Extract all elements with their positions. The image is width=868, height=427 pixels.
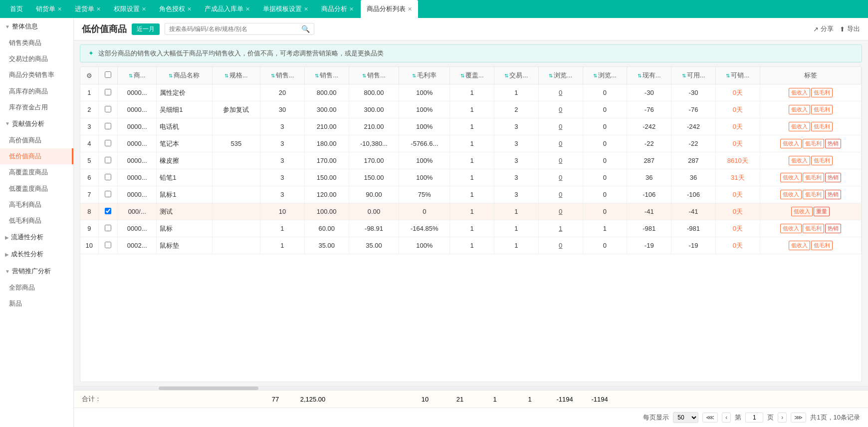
row-select-checkbox[interactable] [105, 89, 111, 95]
browse-link[interactable]: 0 [559, 123, 562, 130]
row-checkbox[interactable] [98, 186, 118, 203]
browse-link[interactable]: 0 [559, 140, 562, 147]
sales3-column-header[interactable]: ⇅销售... [349, 67, 399, 84]
close-icon[interactable]: ✕ [96, 6, 101, 12]
row-browse1[interactable]: 0 [538, 135, 583, 152]
sidebar-item-category-sales[interactable]: 商品分类销售率 [0, 67, 73, 83]
row-name[interactable]: 橡皮擦 [157, 152, 212, 169]
sidebar-group-circulation[interactable]: ▶ 流通性分析 [0, 229, 73, 246]
prev-page-button[interactable]: ‹ [722, 413, 731, 423]
row-name[interactable]: 电话机 [157, 118, 212, 135]
row-browse1[interactable]: 0 [538, 169, 583, 186]
nav-sales-order[interactable]: 销货单 ✕ [30, 0, 68, 18]
browse-link[interactable]: 0 [559, 191, 562, 198]
sidebar-item-stock-capital[interactable]: 库存资金占用 [0, 99, 73, 115]
row-checkbox[interactable] [98, 118, 118, 135]
row-browse1[interactable]: 0 [538, 203, 583, 220]
browse-link[interactable]: 0 [559, 106, 562, 113]
gear-column-header[interactable]: ⚙ [80, 67, 98, 84]
browse-link[interactable]: 0 [559, 157, 562, 164]
current-column-header[interactable]: ⇅现有... [627, 67, 671, 84]
row-checkbox[interactable] [98, 135, 118, 152]
browse1-column-header[interactable]: ⇅浏览... [538, 67, 583, 84]
row-browse1[interactable]: 1 [538, 220, 583, 237]
nav-product-in[interactable]: 产成品入库单 ✕ [199, 0, 256, 18]
sidebar-item-low-coverage[interactable]: 低覆盖度商品 [0, 181, 73, 197]
sidebar-item-high-value[interactable]: 高价值商品 [0, 132, 73, 148]
row-checkbox[interactable] [98, 84, 118, 101]
row-name[interactable]: 鼠标1 [157, 186, 212, 203]
nav-product-analysis[interactable]: 商品分析 ✕ [315, 0, 360, 18]
row-select-checkbox[interactable] [105, 123, 111, 129]
close-icon[interactable]: ✕ [57, 6, 62, 12]
row-select-checkbox[interactable] [105, 106, 111, 112]
search-input[interactable] [169, 25, 301, 32]
horizontal-scrollbar[interactable] [74, 386, 868, 390]
nav-product-analysis-list[interactable]: 商品分析列表 ✕ [361, 0, 418, 18]
row-checkbox[interactable] [98, 169, 118, 186]
nav-purchase-order[interactable]: 进货单 ✕ [69, 0, 107, 18]
page-size-select[interactable]: 50 100 [673, 412, 698, 423]
row-name[interactable]: 鼠标 [157, 220, 212, 237]
row-select-checkbox[interactable] [105, 208, 111, 214]
first-page-button[interactable]: ⋘ [702, 413, 718, 423]
row-browse1[interactable]: 0 [538, 186, 583, 203]
row-name[interactable]: 铅笔1 [157, 169, 212, 186]
row-select-checkbox[interactable] [105, 140, 111, 146]
row-checkbox[interactable] [98, 152, 118, 169]
browse2-column-header[interactable]: ⇅浏览... [583, 67, 627, 84]
row-select-checkbox[interactable] [105, 174, 111, 180]
code-column-header[interactable]: ⇅商... [118, 67, 157, 84]
time-filter-button[interactable]: 近一月 [132, 23, 160, 35]
sidebar-group-growth[interactable]: ▶ 成长性分析 [0, 246, 73, 263]
name-column-header[interactable]: ⇅商品名称 [157, 67, 212, 84]
page-number-input[interactable] [745, 413, 763, 423]
browse-link[interactable]: 0 [559, 242, 562, 249]
sales1-column-header[interactable]: ⇅销售... [260, 67, 305, 84]
row-browse1[interactable]: 0 [538, 118, 583, 135]
row-select-checkbox[interactable] [105, 157, 111, 163]
nav-home[interactable]: 首页 [4, 0, 29, 18]
browse-link[interactable]: 0 [559, 208, 562, 215]
row-select-checkbox[interactable] [105, 225, 111, 231]
sidebar-group-contribution[interactable]: ▼ 贡献值分析 [0, 115, 73, 132]
sidebar-item-traded-products[interactable]: 交易过的商品 [0, 51, 73, 67]
row-browse1[interactable]: 0 [538, 101, 583, 118]
trade-column-header[interactable]: ⇅交易... [494, 67, 539, 84]
saleable-column-header[interactable]: ⇅可销... [715, 67, 760, 84]
search-icon[interactable]: 🔍 [301, 25, 310, 33]
nav-permissions[interactable]: 权限设置 ✕ [108, 0, 152, 18]
sidebar-item-new-products[interactable]: 新品 [0, 296, 73, 312]
sidebar-item-sales-products[interactable]: 销售类商品 [0, 35, 73, 51]
row-select-checkbox[interactable] [105, 191, 111, 197]
row-name[interactable]: 吴细细1 [157, 101, 212, 118]
row-name[interactable]: 鼠标垫 [157, 237, 212, 254]
row-select-checkbox[interactable] [105, 242, 111, 248]
close-icon[interactable]: ✕ [408, 6, 412, 12]
sales2-column-header[interactable]: ⇅销售... [304, 67, 349, 84]
spec-column-header[interactable]: ⇅规格... [212, 67, 260, 84]
row-name[interactable]: 测试 [157, 203, 212, 220]
share-button[interactable]: ↗ 分享 [813, 24, 834, 33]
browse-link[interactable]: 0 [559, 89, 562, 96]
checkbox-column-header[interactable] [98, 67, 118, 84]
sidebar-group-marketing[interactable]: ▼ 营销推广分析 [0, 263, 73, 280]
sidebar-group-overall[interactable]: ▼ 整体信息 [0, 18, 73, 35]
next-page-button[interactable]: › [778, 413, 787, 423]
sidebar-item-high-stock[interactable]: 高库存的商品 [0, 83, 73, 99]
close-icon[interactable]: ✕ [304, 6, 308, 12]
browse-link[interactable]: 0 [559, 174, 562, 181]
row-checkbox[interactable] [98, 203, 118, 220]
close-icon[interactable]: ✕ [187, 6, 192, 12]
margin-column-header[interactable]: ⇅毛利率 [399, 67, 450, 84]
sidebar-item-high-margin[interactable]: 高毛利商品 [0, 197, 73, 213]
nav-template-settings[interactable]: 单据模板设置 ✕ [257, 0, 314, 18]
sidebar-item-low-value[interactable]: 低价值商品 [0, 148, 73, 164]
row-checkbox[interactable] [98, 101, 118, 118]
row-checkbox[interactable] [98, 237, 118, 254]
usable-column-header[interactable]: ⇅可用... [671, 67, 716, 84]
sidebar-item-high-coverage[interactable]: 高覆盖度商品 [0, 164, 73, 180]
browse-link[interactable]: 1 [559, 225, 562, 232]
close-icon[interactable]: ✕ [245, 6, 250, 12]
sidebar-item-all-products[interactable]: 全部商品 [0, 280, 73, 296]
